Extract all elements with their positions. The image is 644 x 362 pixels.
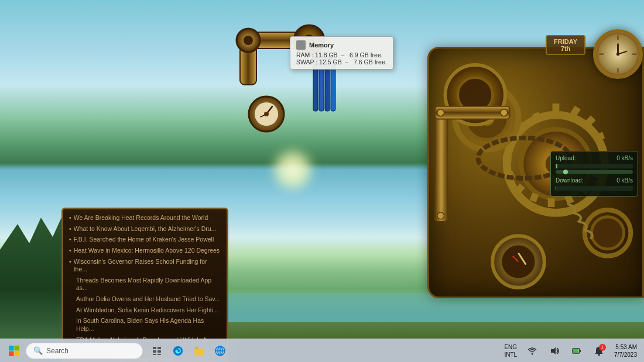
list-item[interactable]: • Wisconsin's Governor Raises School Fun… <box>69 258 221 274</box>
svg-rect-66 <box>157 350 161 353</box>
list-item[interactable]: Author Delia Owens and Her Husband Tried… <box>69 295 221 304</box>
svg-line-4 <box>573 108 578 115</box>
browser-button[interactable] <box>211 342 229 360</box>
wifi-icon[interactable] <box>523 342 542 360</box>
taskbar: 🔍 Search <box>0 339 644 362</box>
search-placeholder: Search <box>46 347 68 355</box>
svg-point-23 <box>591 217 624 249</box>
notification-button[interactable]: 1 <box>590 342 608 360</box>
news-content-area: • We Are Breaking Heat Records Around th… <box>63 209 227 351</box>
taskbar-left: 🔍 Search <box>5 342 502 360</box>
svg-rect-78 <box>573 349 578 353</box>
download-bar <box>556 186 633 191</box>
task-view-button[interactable] <box>148 342 166 360</box>
svg-line-6 <box>596 135 604 138</box>
search-icon: 🔍 <box>33 346 43 355</box>
svg-point-69 <box>173 346 183 356</box>
svg-rect-65 <box>153 350 156 353</box>
svg-rect-62 <box>15 351 20 356</box>
calendar-day: FRIDAY <box>554 38 577 45</box>
calendar-widget: FRIDAY 7th <box>546 35 585 55</box>
svg-marker-75 <box>551 347 556 354</box>
network-slider <box>556 170 633 174</box>
language-indicator: ENG INTL <box>502 343 519 358</box>
svg-rect-68 <box>157 354 161 355</box>
svg-line-5 <box>588 118 594 124</box>
memory-title: Memory <box>296 40 387 50</box>
svg-point-32 <box>437 109 444 116</box>
svg-point-58 <box>264 112 269 116</box>
edge-browser-button[interactable] <box>169 342 187 360</box>
svg-rect-61 <box>9 351 14 356</box>
svg-rect-67 <box>153 354 156 355</box>
list-item[interactable]: • Heat Wave in Mexico: Hermosillo Above … <box>69 247 221 255</box>
svg-point-47 <box>244 36 253 45</box>
network-widget: Upload: 0 kB/s Download: 0 kB/s <box>550 151 638 196</box>
battery-icon[interactable] <box>567 342 586 360</box>
upload-bar-fill <box>556 164 557 168</box>
svg-rect-31 <box>435 106 510 119</box>
calendar-date: 7th <box>554 45 577 52</box>
svg-rect-30 <box>435 106 448 222</box>
svg-line-10 <box>567 195 571 203</box>
memory-swap-row: SWAP : 12.5 GB – 7.6 GB free. <box>296 58 387 65</box>
svg-rect-60 <box>15 346 20 351</box>
list-item[interactable]: • We Are Breaking Heat Records Around th… <box>69 214 221 222</box>
svg-line-18 <box>535 113 539 121</box>
list-item[interactable]: • What to Know About Leqembi, the Alzhei… <box>69 225 221 233</box>
upload-bar <box>556 164 633 168</box>
search-bar[interactable]: 🔍 Search <box>26 343 143 359</box>
upload-row: Upload: 0 kB/s <box>556 155 633 161</box>
download-bar-fill <box>556 186 556 191</box>
svg-rect-70 <box>194 349 204 356</box>
list-item[interactable]: At Wimbledon, Sofia Kenin Rediscovers He… <box>69 306 221 315</box>
volume-icon[interactable] <box>545 342 564 360</box>
sun-decoration <box>269 146 316 193</box>
file-explorer-button[interactable] <box>190 342 208 360</box>
memory-widget: Memory RAM : 11.8 GB – 6.9 GB free. SWAP… <box>290 36 393 70</box>
svg-point-33 <box>501 109 508 116</box>
svg-rect-77 <box>580 350 581 352</box>
list-item[interactable]: In South Carolina, Biden Says His Agenda… <box>69 317 221 333</box>
analog-clock <box>593 29 643 79</box>
list-item[interactable]: Threads Becomes Most Rapidly Downloaded … <box>69 277 221 292</box>
svg-line-12 <box>533 194 536 201</box>
memory-ram-row: RAM : 11.8 GB – 6.9 GB free. <box>296 51 387 58</box>
system-tray: ENG INTL <box>502 342 639 360</box>
slider-thumb <box>563 170 568 174</box>
memory-icon <box>296 40 306 50</box>
download-row: Download: 0 kB/s <box>556 177 633 184</box>
svg-rect-59 <box>9 346 14 351</box>
svg-rect-63 <box>153 347 156 349</box>
svg-point-79 <box>598 354 600 356</box>
svg-line-13 <box>518 186 523 192</box>
notification-badge: 1 <box>599 344 606 351</box>
system-clock[interactable]: 5:53 AM 7/7/2023 <box>612 343 637 358</box>
svg-point-34 <box>437 212 444 219</box>
svg-rect-64 <box>157 347 161 349</box>
start-button[interactable] <box>5 342 23 360</box>
list-item[interactable]: • F.B.I. Searched the Home of Kraken's J… <box>69 236 221 244</box>
